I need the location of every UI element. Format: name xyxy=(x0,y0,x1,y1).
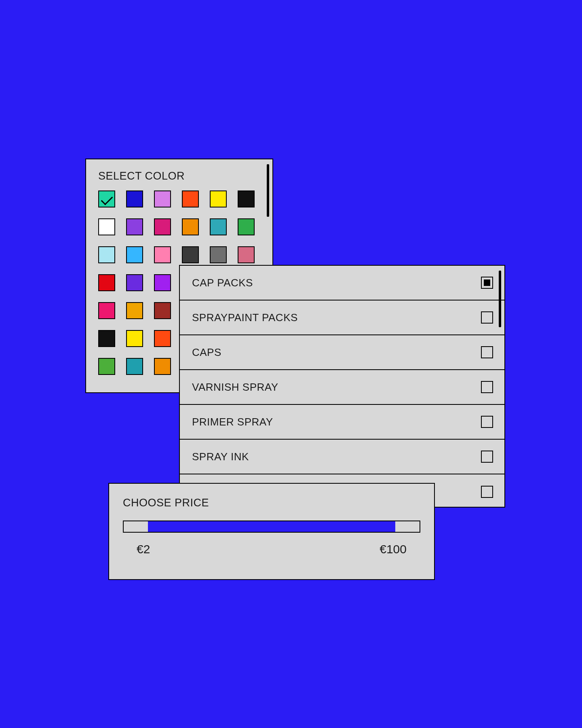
color-swatch[interactable] xyxy=(98,302,115,319)
color-swatch[interactable] xyxy=(98,246,115,263)
color-swatch[interactable] xyxy=(154,330,171,347)
color-swatch[interactable] xyxy=(182,218,199,235)
color-swatch[interactable] xyxy=(126,274,143,291)
category-row[interactable]: PRIMER SPRAY xyxy=(180,405,504,440)
color-swatch[interactable] xyxy=(126,358,143,375)
category-label: VARNISH SPRAY xyxy=(192,381,278,394)
category-checkbox[interactable] xyxy=(481,416,493,428)
price-labels: €2 €100 xyxy=(123,542,420,556)
color-swatch[interactable] xyxy=(126,246,143,263)
select-color-title: SELECT COLOR xyxy=(98,170,260,182)
color-swatch[interactable] xyxy=(98,330,115,347)
category-label: PRIMER SPRAY xyxy=(192,416,273,428)
color-swatch[interactable] xyxy=(182,246,199,263)
price-max-label: €100 xyxy=(380,542,407,556)
color-swatch[interactable] xyxy=(154,190,171,207)
color-swatch[interactable] xyxy=(98,218,115,235)
color-swatch[interactable] xyxy=(98,358,115,375)
color-swatch[interactable] xyxy=(126,190,143,207)
category-label: CAPS xyxy=(192,346,221,359)
color-swatch[interactable] xyxy=(154,218,171,235)
category-label: SPRAYPAINT PACKS xyxy=(192,311,298,324)
color-swatch[interactable] xyxy=(182,190,199,207)
color-swatch[interactable] xyxy=(238,246,255,263)
color-swatch[interactable] xyxy=(154,274,171,291)
color-panel-scrollbar[interactable] xyxy=(267,164,269,217)
category-checkbox[interactable] xyxy=(481,381,493,393)
category-row[interactable]: VARNISH SPRAY xyxy=(180,370,504,405)
category-checkbox[interactable] xyxy=(481,346,493,358)
color-swatch[interactable] xyxy=(238,190,255,207)
category-row[interactable]: CAP PACKS xyxy=(180,266,504,301)
color-swatch[interactable] xyxy=(238,218,255,235)
category-checkbox[interactable] xyxy=(481,277,493,289)
color-swatch[interactable] xyxy=(126,302,143,319)
category-panel-scrollbar[interactable] xyxy=(499,271,501,327)
category-row[interactable]: CAPS xyxy=(180,335,504,370)
category-checkbox[interactable] xyxy=(481,451,493,463)
color-swatch[interactable] xyxy=(126,218,143,235)
price-panel: CHOOSE PRICE €2 €100 xyxy=(108,483,435,580)
category-label: SPRAY INK xyxy=(192,451,249,463)
price-title: CHOOSE PRICE xyxy=(123,497,420,509)
color-swatch[interactable] xyxy=(210,246,227,263)
category-checkbox[interactable] xyxy=(481,486,493,498)
color-swatch[interactable] xyxy=(98,190,115,207)
color-swatch[interactable] xyxy=(154,302,171,319)
color-swatch[interactable] xyxy=(210,190,227,207)
color-swatch[interactable] xyxy=(154,246,171,263)
price-slider-fill xyxy=(148,521,395,532)
price-min-label: €2 xyxy=(137,542,150,556)
category-checkbox[interactable] xyxy=(481,311,493,324)
category-label: CAP PACKS xyxy=(192,277,253,289)
color-swatch[interactable] xyxy=(126,330,143,347)
category-panel: CAP PACKSSPRAYPAINT PACKSCAPSVARNISH SPR… xyxy=(179,265,505,508)
color-swatch[interactable] xyxy=(210,218,227,235)
color-swatch[interactable] xyxy=(154,358,171,375)
category-row[interactable]: SPRAYPAINT PACKS xyxy=(180,301,504,335)
price-slider[interactable] xyxy=(123,521,420,533)
color-swatch[interactable] xyxy=(98,274,115,291)
category-row[interactable]: SPRAY INK xyxy=(180,440,504,474)
